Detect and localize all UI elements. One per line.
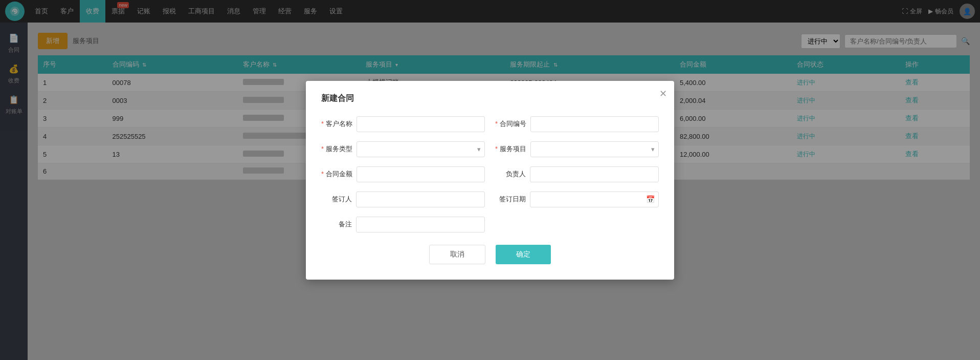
contract-amount-input[interactable]: 0.00 xyxy=(357,166,485,182)
form-group-person: 负责人 xyxy=(495,166,659,182)
form-row-3: 合同金额 0.00 负责人 xyxy=(321,166,659,182)
sign-date-label: 签订日期 xyxy=(495,195,526,204)
customer-name-label: 客户名称 xyxy=(321,119,352,129)
signer-label: 签订人 xyxy=(321,195,352,204)
service-item-label-modal: 服务项目 xyxy=(495,144,526,154)
new-contract-modal: ✕ 新建合同 客户名称 合同编号 服务类型 服务项目 xyxy=(306,81,674,280)
form-row-5: 备注 xyxy=(321,217,659,232)
form-group-remarks: 备注 xyxy=(321,217,485,232)
contract-number-label: 合同编号 xyxy=(495,119,526,129)
person-in-charge-label: 负责人 xyxy=(495,170,526,179)
form-group-amount: 合同金额 0.00 xyxy=(321,166,485,182)
form-row-1: 客户名称 合同编号 xyxy=(321,116,659,132)
modal-overlay: ✕ 新建合同 客户名称 合同编号 服务类型 服务项目 xyxy=(0,0,980,360)
cancel-button[interactable]: 取消 xyxy=(429,245,485,264)
form-row-2: 服务类型 服务项目 xyxy=(321,141,659,157)
modal-close-button[interactable]: ✕ xyxy=(659,88,667,99)
form-group-customer: 客户名称 xyxy=(321,116,485,132)
form-group-contract-number: 合同编号 xyxy=(495,116,659,132)
modal-footer: 取消 确定 xyxy=(321,245,659,264)
contract-amount-label: 合同金额 xyxy=(321,170,352,179)
form-group-service-item: 服务项目 xyxy=(495,141,659,157)
modal-title: 新建合同 xyxy=(321,93,659,104)
confirm-button[interactable]: 确定 xyxy=(496,245,551,264)
service-type-label: 服务类型 xyxy=(321,144,352,154)
service-type-select-wrap xyxy=(357,141,485,157)
form-row-4: 签订人 签订日期 2023-06-06 📅 xyxy=(321,192,659,207)
service-item-select-wrap xyxy=(530,141,659,157)
form-group-signer: 签订人 xyxy=(321,192,485,207)
service-item-select[interactable] xyxy=(530,141,659,157)
form-group-sign-date: 签订日期 2023-06-06 📅 xyxy=(495,192,659,207)
remarks-input[interactable] xyxy=(356,217,485,232)
service-type-select[interactable] xyxy=(357,141,485,157)
sign-date-wrap: 2023-06-06 📅 xyxy=(530,192,659,207)
sign-date-input[interactable]: 2023-06-06 xyxy=(530,192,659,207)
remarks-label: 备注 xyxy=(321,220,352,229)
contract-number-input[interactable] xyxy=(530,116,659,132)
person-in-charge-input[interactable] xyxy=(530,166,659,182)
customer-name-input[interactable] xyxy=(357,116,485,132)
signer-input[interactable] xyxy=(356,192,485,207)
form-group-service-type: 服务类型 xyxy=(321,141,485,157)
